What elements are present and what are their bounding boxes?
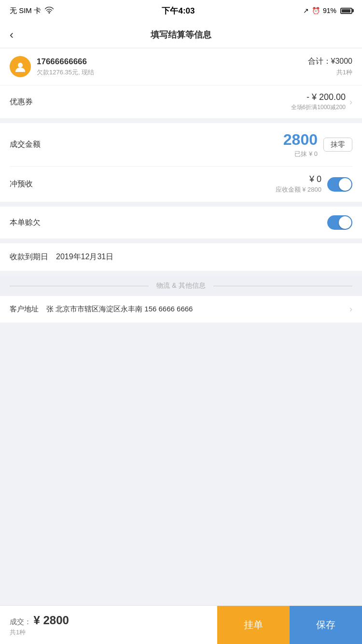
customer-row: 17666666666 欠款1276.35元, 现结 合计：¥3000 共1种 [0,48,362,85]
debt-label: 本单赊欠 [10,218,41,228]
coupon-row[interactable]: 优惠券 - ¥ 200.00 全场6折满1000减200 › [0,85,362,118]
status-bar: 无 SIM 卡 下午4:03 ↗ ⏰ 91% [0,0,362,21]
deal-amount-label: 成交金额 [10,140,41,150]
back-button[interactable]: ‹ [10,28,29,42]
coupon-chevron-icon: › [349,97,352,107]
page-title: 填写结算等信息 [29,29,333,41]
spacer [0,327,362,606]
prepay-label: 冲预收 [10,179,33,189]
prepay-sub: 应收金额 ¥ 2800 [276,185,321,194]
logistics-line-left [10,286,149,286]
duedate-label: 收款到期日 [10,252,48,262]
svg-point-0 [18,63,23,68]
battery-percent: 91% [323,7,336,14]
bottom-total-label: 成交： ¥ 2800 [10,614,208,627]
save-button[interactable]: 保存 [290,606,362,644]
logistics-text: 物流 & 其他信息 [149,281,213,290]
bottom-bar: 成交： ¥ 2800 共1种 挂单 保存 [0,605,362,644]
coupon-discount: - ¥ 200.00 [291,92,346,102]
pending-button[interactable]: 挂单 [217,606,290,644]
total-amount: 合计：¥3000 [308,56,353,67]
prepay-right: ¥ 0 应收金额 ¥ 2800 [276,174,352,194]
logistics-line-right [213,286,352,286]
deal-amount-right: 2800 已抹 ¥ 0 抹零 [283,131,352,158]
deal-amount-sub: 已抹 ¥ 0 [283,150,318,158]
address-section: 客户地址 张 北京市市辖区海淀区永丰南 156 6666 6666 › [0,296,362,322]
deal-amount-row: 成交金额 2800 已抹 ¥ 0 抹零 [10,123,352,167]
status-time: 下午4:03 [162,5,195,16]
avatar [10,56,31,77]
deal-amount-value: 2800 [283,131,318,149]
duedate-row: 收款到期日 2019年12月31日 [0,243,362,271]
toggle-knob [339,178,351,191]
bottom-amount: ¥ 2800 [33,614,69,627]
address-row[interactable]: 客户地址 张 北京市市辖区海淀区永丰南 156 6666 6666 › [0,296,362,322]
address-label: 客户地址 [10,305,39,314]
duedate-value: 2019年12月31日 [56,252,113,262]
bottom-summary: 成交： ¥ 2800 共1种 [0,614,217,637]
address-value: 张 北京市市辖区海淀区永丰南 156 6666 6666 [46,304,349,315]
prepay-amount: ¥ 0 [276,174,321,184]
prepay-toggle[interactable] [327,177,352,192]
status-right: ↗ ⏰ 91% [303,7,352,14]
round-button[interactable]: 抹零 [323,138,352,152]
battery-icon [340,8,352,14]
debt-toggle-knob [339,216,351,229]
alarm-icon: ⏰ [312,7,320,14]
prepay-wrap: ¥ 0 应收金额 ¥ 2800 [276,174,321,194]
address-chevron-icon: › [349,304,352,314]
customer-section: 17666666666 欠款1276.35元, 现结 合计：¥3000 共1种 … [0,48,362,118]
total-count: 共1种 [308,68,353,77]
coupon-right: - ¥ 200.00 全场6折满1000减200 › [291,92,352,112]
status-left: 无 SIM 卡 [10,6,54,15]
debt-toggle[interactable] [327,215,352,230]
customer-info: 17666666666 欠款1276.35元, 现结 [37,57,94,77]
customer-debt: 欠款1276.35元, 现结 [37,68,94,77]
nav-bar: ‹ 填写结算等信息 [0,21,362,48]
coupon-label: 优惠券 [10,97,33,107]
wifi-icon [45,7,54,15]
customer-right: 合计：¥3000 共1种 [308,56,353,77]
bottom-count: 共1种 [10,628,208,637]
logistics-section: 物流 & 其他信息 [0,276,362,296]
prepay-row: 冲预收 ¥ 0 应收金额 ¥ 2800 [10,167,352,202]
bottom-actions: 挂单 保存 [217,606,362,644]
deal-amount-wrap: 2800 已抹 ¥ 0 [283,131,318,158]
customer-phone: 17666666666 [37,57,94,67]
debt-row: 本单赊欠 [0,207,362,238]
debt-section: 本单赊欠 [0,207,362,238]
carrier-label: 无 SIM 卡 [10,6,41,15]
duedate-section: 收款到期日 2019年12月31日 [0,243,362,271]
coupon-desc: 全场6折满1000减200 [291,103,346,112]
amount-section: 成交金额 2800 已抹 ¥ 0 抹零 冲预收 ¥ 0 应收金额 ¥ 2800 [0,123,362,202]
coupon-info: - ¥ 200.00 全场6折满1000减200 [291,92,346,112]
location-icon: ↗ [303,7,309,14]
customer-left: 17666666666 欠款1276.35元, 现结 [10,56,94,77]
